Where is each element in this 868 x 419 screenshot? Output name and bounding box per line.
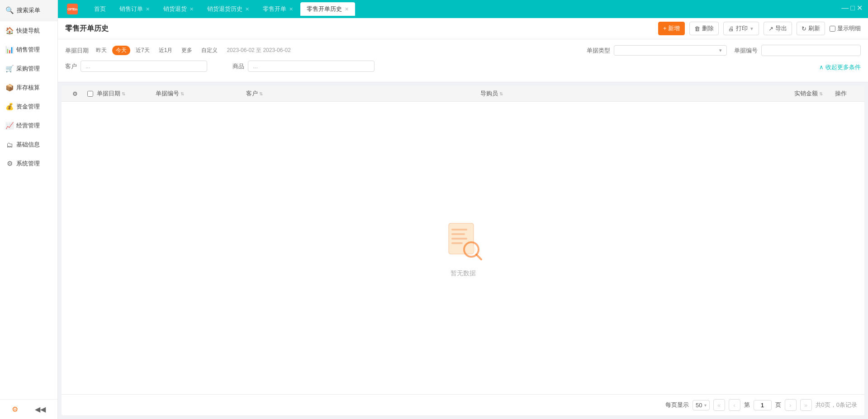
col-num-label: 单据编号	[156, 89, 179, 98]
sidebar-item-quick-nav[interactable]: 🏠 快捷导航	[0, 21, 57, 40]
col-header-amount[interactable]: 实销金额 ⇅	[768, 89, 823, 98]
delete-icon: 🗑	[694, 25, 700, 32]
tab-home-label: 首页	[94, 5, 106, 13]
doc-num-filter: 单据编号	[734, 45, 861, 56]
page-input[interactable]	[754, 400, 772, 410]
add-button[interactable]: + 新增	[658, 22, 685, 35]
col-header-customer[interactable]: 客户 ⇅	[246, 89, 480, 98]
main-area: OfTEn 首页 销售订单 ✕ 销货退货 ✕ 销货退货历史 ✕ 零售开单 ✕ 零…	[58, 0, 868, 419]
tab-close-return-goods[interactable]: ✕	[190, 6, 194, 12]
customer-filter: 客户 ...	[65, 61, 207, 72]
print-button[interactable]: 🖨 打印 ▼	[723, 22, 759, 35]
table-header: ⚙ 单据日期 ⇅ 单据编号 ⇅ 客户 ⇅ 导购员 ⇅ 实销金额	[62, 86, 864, 102]
col-amount-sort-icon: ⇅	[819, 91, 823, 96]
export-button[interactable]: ↗ 导出	[764, 22, 792, 35]
col-guide-sort-icon: ⇅	[499, 91, 503, 96]
sidebar-item-system[interactable]: ⚙ 系统管理	[0, 154, 57, 173]
search-icon: 🔍	[5, 6, 14, 14]
display-detail-toggle[interactable]: 显示明细	[830, 24, 861, 33]
sidebar-item-inventory[interactable]: 📦 库存核算	[0, 78, 57, 97]
sidebar-item-label: 快捷导航	[16, 27, 40, 35]
tab-sales-order[interactable]: 销售订单 ✕	[113, 2, 156, 16]
prev-page-button[interactable]: ‹	[729, 399, 740, 411]
tab-return-history-label: 销货退货历史	[207, 5, 242, 13]
print-icon: 🖨	[728, 25, 734, 32]
delete-button[interactable]: 🗑 删除	[689, 22, 719, 35]
settings-bottom-icon[interactable]: ⚙	[12, 405, 18, 414]
col-amount-label: 实销金额	[794, 89, 818, 98]
col-header-guide[interactable]: 导购员 ⇅	[480, 89, 535, 98]
empty-state-illustration	[441, 219, 486, 264]
col-header-date[interactable]: 单据日期 ⇅	[97, 89, 156, 98]
print-arrow-icon: ▼	[749, 26, 754, 31]
svg-rect-3	[451, 238, 467, 240]
gear-icon: ⚙	[5, 160, 14, 168]
sidebar-item-operations[interactable]: 📈 经营管理	[0, 116, 57, 135]
customer-select[interactable]: ...	[81, 61, 207, 72]
doc-num-input[interactable]	[761, 45, 861, 56]
shortcut-7days[interactable]: 近7天	[132, 46, 153, 55]
sidebar-item-label: 库存核算	[16, 84, 40, 92]
tab-close-return-history[interactable]: ✕	[245, 6, 249, 12]
total-info: 共0页，0条记录	[816, 401, 857, 409]
tab-return-history[interactable]: 销货退货历史 ✕	[201, 2, 256, 16]
close-button[interactable]: ✕	[857, 4, 863, 12]
content-area: ⚙ 单据日期 ⇅ 单据编号 ⇅ 客户 ⇅ 导购员 ⇅ 实销金额	[62, 86, 864, 415]
collapse-filter-button[interactable]: ∧ 收起更多条件	[819, 63, 861, 71]
shortcut-1month[interactable]: 近1月	[155, 46, 176, 55]
tab-close-retail-history[interactable]: ✕	[345, 6, 349, 12]
tab-close-retail-open[interactable]: ✕	[289, 6, 293, 12]
tab-retail-open[interactable]: 零售开单 ✕	[256, 2, 299, 16]
sidebar-search[interactable]: 🔍 搜索采单	[0, 0, 57, 21]
sidebar-item-finance[interactable]: 💰 资金管理	[0, 97, 57, 116]
doc-type-select[interactable]: ▾	[614, 45, 727, 56]
col-header-number[interactable]: 单据编号 ⇅	[156, 89, 246, 98]
win-controls: — □ ✕	[836, 0, 868, 16]
col-customer-label: 客户	[246, 89, 258, 98]
sidebar-item-label: 采购管理	[16, 65, 40, 73]
col-guide-label: 导购员	[480, 89, 498, 98]
customer-label: 客户	[65, 62, 77, 71]
col-date-label: 单据日期	[97, 89, 120, 98]
select-all-checkbox[interactable]	[83, 91, 97, 97]
all-checkbox-input[interactable]	[87, 91, 93, 97]
svg-rect-1	[451, 229, 467, 231]
sidebar-item-basic-info[interactable]: 🗂 基础信息	[0, 135, 57, 154]
first-page-button[interactable]: «	[713, 399, 725, 411]
tab-sales-order-label: 销售订单	[119, 5, 143, 13]
brand-area: OfTEn	[62, 4, 83, 14]
filter-area: 单据日期 昨天 今天 近7天 近1月 更多 自定义 2023-06-02 至 2…	[58, 39, 868, 82]
action-bar: 零售开单历史 + 新增 🗑 删除 🖨 打印 ▼ ↗ 导出 ↻ 刷新 显	[58, 18, 868, 39]
display-detail-checkbox[interactable]	[830, 26, 835, 32]
shortcut-today[interactable]: 今天	[112, 46, 130, 55]
tab-return-goods[interactable]: 销货退货 ✕	[157, 2, 200, 16]
goods-select[interactable]: ...	[248, 61, 375, 72]
page-label: 第	[744, 401, 750, 409]
refresh-icon: ↻	[802, 25, 806, 32]
table-settings-icon[interactable]: ⚙	[67, 90, 83, 97]
svg-line-7	[476, 254, 481, 259]
minimize-button[interactable]: —	[841, 4, 849, 12]
sidebar-item-purchase-mgmt[interactable]: 🛒 采购管理	[0, 59, 57, 78]
per-page-select[interactable]: 50 ▾	[693, 400, 709, 410]
tab-retail-history[interactable]: 零售开单历史 ✕	[300, 2, 355, 16]
shortcut-more[interactable]: 更多	[178, 46, 196, 55]
collapse-arrow-icon: ∧	[819, 64, 824, 71]
sidebar-item-label: 经营管理	[16, 122, 40, 130]
shortcut-custom[interactable]: 自定义	[198, 46, 221, 55]
collapse-sidebar-icon[interactable]: ◀◀	[35, 405, 46, 414]
last-page-button[interactable]: »	[800, 399, 812, 411]
date-shortcuts: 昨天 今天 近7天 近1月 更多 自定义	[92, 46, 221, 55]
tab-close-sales-order[interactable]: ✕	[146, 6, 150, 12]
col-header-ops: 操作	[823, 89, 859, 98]
refresh-button[interactable]: ↻ 刷新	[797, 22, 825, 35]
box-icon: 📦	[5, 84, 14, 92]
shortcut-yesterday[interactable]: 昨天	[92, 46, 110, 55]
sidebar-item-sales-mgmt[interactable]: 📊 销售管理	[0, 40, 57, 59]
tab-home[interactable]: 首页	[88, 2, 112, 16]
maximize-button[interactable]: □	[850, 4, 855, 12]
next-page-button[interactable]: ›	[785, 399, 797, 411]
sidebar-item-label: 销售管理	[16, 46, 40, 54]
per-page-arrow-icon: ▾	[704, 403, 707, 408]
date-filter: 单据日期 昨天 今天 近7天 近1月 更多 自定义 2023-06-02 至 2…	[65, 46, 291, 55]
